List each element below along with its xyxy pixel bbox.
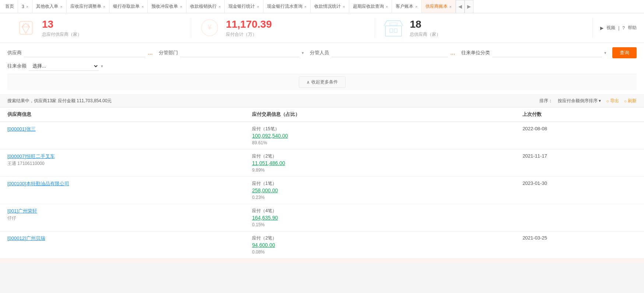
nav-tab-bank-deposit[interactable]: 银行存取款单 × <box>109 0 148 13</box>
diamond-icon <box>15 18 37 38</box>
table-row: [001]广州荣轩仔仔 应付（4笔） 164,635.90 0.15% <box>0 204 644 231</box>
tx-amount[interactable]: 164,635.90 <box>252 215 508 221</box>
supplier-label: 供应商 <box>7 49 22 56</box>
svg-rect-7 <box>385 26 402 36</box>
nav-tab-3[interactable]: 3 × <box>18 0 32 13</box>
nav-tab-receipt-stat[interactable]: 收款情况统计 × <box>311 0 349 13</box>
nav-tab-overdue-query[interactable]: 超期应收款查询 × <box>349 0 392 13</box>
category-dropdown-icon[interactable]: ▾ <box>604 51 606 55</box>
supplier-link[interactable]: [000007]恒旺二手叉车 <box>7 154 55 159</box>
filter-dept: 分管部门 ▾ <box>159 48 304 57</box>
dept-label: 分管部门 <box>159 49 178 56</box>
balance-label: 往来余额 <box>7 63 27 69</box>
nav-left-arrow[interactable]: ◀ <box>456 0 465 13</box>
dept-dropdown-icon[interactable]: ▾ <box>302 51 304 55</box>
close-receipt-exec-icon[interactable]: × <box>218 4 221 9</box>
payable-suppliers-number: 13 <box>42 18 82 31</box>
tx-percent: 89.61% <box>252 140 508 145</box>
nav-tab-receipt-exec[interactable]: 收款核销执行 × <box>186 0 225 13</box>
tx-info-cell: 应付（4笔） 164,635.90 0.15% <box>245 204 515 231</box>
supplier-info-cell: [001]广州荣轩仔仔 <box>0 204 245 231</box>
supplier-dots-icon[interactable]: ... <box>148 49 153 56</box>
close-customer-account-icon[interactable]: × <box>415 4 417 9</box>
close-advance-offset-icon[interactable]: × <box>180 4 182 9</box>
total-suppliers-number: 18 <box>410 18 441 31</box>
dept-input[interactable] <box>180 48 300 57</box>
tx-label: 应付（2笔） <box>252 153 508 159</box>
refresh-label: 刷新 <box>628 98 637 104</box>
tx-percent: 9.89% <box>252 168 508 173</box>
nav-tab-other-income[interactable]: 其他收入单 × <box>32 0 66 13</box>
close-tab-3-icon[interactable]: × <box>26 4 28 9</box>
supplier-link[interactable]: [001]广州荣轩 <box>7 208 37 214</box>
help-link[interactable]: 帮助 <box>628 25 637 31</box>
supplier-link[interactable]: [000001]张三 <box>7 126 36 132</box>
balance-dropdown-icon[interactable]: ▾ <box>101 64 103 69</box>
supplier-link[interactable]: [000012]广州贝瑞 <box>7 235 45 241</box>
collapse-button[interactable]: ∧ 收起更多条件 <box>299 76 346 88</box>
tx-amount[interactable]: 11,051,486.00 <box>252 160 508 166</box>
payable-suppliers-label: 总应付供应商（家） <box>42 31 82 38</box>
nav-tab-customer-account[interactable]: 客户账本 × <box>392 0 421 13</box>
tx-label: 应付（4笔） <box>252 208 508 214</box>
last-payment-cell: 2020-11-20 <box>515 259 644 263</box>
tx-amount[interactable]: 94,600.00 <box>252 242 508 248</box>
video-icon: ▶ <box>600 25 603 31</box>
refresh-link[interactable]: ○ 刷新 <box>624 98 637 104</box>
tx-label: 应付（1笔） <box>252 180 508 187</box>
nav-right-arrow[interactable]: ▶ <box>465 0 473 13</box>
nav-tab-advance-offset[interactable]: 预收冲应收单 × <box>148 0 186 13</box>
last-payment-date: 2021-03-25 <box>522 235 547 241</box>
export-link[interactable]: ○ 导出 <box>606 98 619 104</box>
tx-percent: 0.08% <box>252 249 508 255</box>
person-input[interactable] <box>331 48 448 57</box>
filter-supplier: 供应商 ... <box>7 48 153 57</box>
close-cash-bank-flow-icon[interactable]: × <box>304 4 307 9</box>
nav-tab-supplier-account[interactable]: 供应商账本 × <box>422 0 456 13</box>
close-overdue-query-icon[interactable]: × <box>386 4 388 9</box>
person-label: 分管人员 <box>310 49 329 56</box>
col-header-last-payment: 上次付数 <box>515 107 644 122</box>
table-container: 供应商信息 应付交易信息（占比） 上次付数 [000001]张三 应付（15笔）… <box>0 107 644 262</box>
video-link[interactable]: 视频 <box>606 25 615 31</box>
filter-category: 往来单位分类 ▾ <box>461 48 607 57</box>
close-receipt-stat-icon[interactable]: × <box>343 4 345 9</box>
tx-label: 应付（2笔） <box>252 235 508 241</box>
last-payment-cell <box>515 204 644 231</box>
table-header-row: 供应商信息 应付交易信息（占比） 上次付数 <box>0 107 644 122</box>
supplier-link[interactable]: [000100]本特勤油品有限公司 <box>7 181 69 186</box>
table-row: [000001]张三 应付（15笔） 100,092,540.00 89.61%… <box>0 122 644 149</box>
balance-select[interactable]: 选择... <box>29 61 99 71</box>
stat-info-payable-suppliers: 13 总应付供应商（家） <box>42 18 82 38</box>
table-wrapper[interactable]: 供应商信息 应付交易信息（占比） 上次付数 [000001]张三 应付（15笔）… <box>0 107 644 262</box>
nav-tab-cash-bank-flow[interactable]: 现金银行流水查询 × <box>263 0 311 13</box>
supplier-info-cell: [000100]本特勤油品有限公司 <box>0 177 245 204</box>
person-dots-icon[interactable]: ... <box>450 49 455 56</box>
close-cash-bank-stat-icon[interactable]: × <box>257 4 259 9</box>
supplier-input[interactable] <box>24 48 146 57</box>
shop-icon <box>382 18 405 38</box>
payable-icon: ¥ <box>199 18 221 38</box>
tx-amount[interactable]: 258,000.00 <box>252 187 508 193</box>
nav-tab-cash-bank-stat[interactable]: 现金银行统计 × <box>225 0 263 13</box>
nav-tab-ap-adjust[interactable]: 应收应付调整单 × <box>67 0 109 13</box>
close-bank-deposit-icon[interactable]: × <box>141 4 144 9</box>
stats-bar: 13 总应付供应商（家） ¥ 11,170.39 应付合计（万） <box>0 13 644 43</box>
sort-value[interactable]: 按应付余额倒序排序 ▾ <box>558 98 601 104</box>
tx-percent: 0.15% <box>252 222 508 227</box>
payable-total-label: 应付合计（万） <box>226 31 272 38</box>
tx-info-cell: 应付（15笔） 100,092,540.00 89.61% <box>245 122 515 149</box>
export-label: 导出 <box>610 98 619 104</box>
category-input[interactable] <box>492 48 602 57</box>
tx-amount[interactable]: 100,092,540.00 <box>252 133 508 139</box>
tx-percent: 0.23% <box>252 195 508 200</box>
filter-balance: 往来余额 选择... ▾ <box>7 61 103 71</box>
close-other-income-icon[interactable]: × <box>60 4 62 9</box>
close-supplier-account-icon[interactable]: × <box>449 4 452 9</box>
search-button[interactable]: 查询 <box>612 47 637 58</box>
nav-tab-home[interactable]: 首页 <box>1 0 18 13</box>
total-suppliers-label: 总供应商（家） <box>410 31 441 38</box>
col-header-tx: 应付交易信息（占比） <box>245 107 515 122</box>
export-icon: ○ <box>606 99 609 104</box>
close-ap-adjust-icon[interactable]: × <box>103 4 105 9</box>
